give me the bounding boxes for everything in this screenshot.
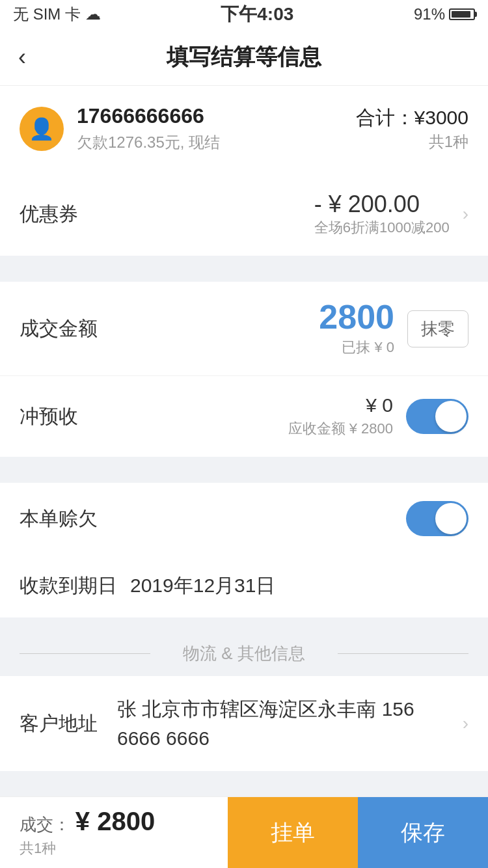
customer-left: 👤 17666666666 欠款1276.35元, 现结	[20, 104, 220, 153]
customer-phone: 17666666666	[77, 104, 220, 128]
coupon-amount-wrap: - ¥ 200.00 全场6折满1000减200	[314, 191, 450, 237]
arrearage-toggle[interactable]	[406, 501, 468, 536]
arrearage-row: 本单赊欠	[0, 483, 488, 554]
bottom-total: 成交： ¥ 2800 共1种	[0, 807, 228, 858]
deal-right: 2800 已抹 ¥ 0 抹零	[319, 300, 468, 357]
divider-2	[0, 470, 488, 483]
customer-row: 👤 17666666666 欠款1276.35元, 现结 合计：¥3000 共1…	[0, 86, 488, 171]
status-left: 无 SIM 卡 ☁	[13, 4, 101, 25]
duedate-row: 收款到期日 2019年12月31日	[0, 554, 488, 617]
address-row[interactable]: 客户地址 张 北京市市辖区海淀区永丰南 156 6666 6666 ›	[0, 676, 488, 771]
bottom-deal-amount: ¥ 2800	[75, 807, 155, 835]
prereceive-row: 冲预收 ¥ 0 应收金额 ¥ 2800	[0, 375, 488, 457]
status-time: 下午4:03	[221, 2, 293, 27]
battery-percent: 91%	[414, 5, 445, 23]
toggle-knob	[435, 401, 467, 432]
duedate-label: 收款到期日	[20, 573, 117, 599]
customer-debt: 欠款1276.35元, 现结	[77, 132, 220, 153]
divider-1	[0, 269, 488, 282]
total-count: 共1种	[356, 131, 468, 152]
customer-info: 17666666666 欠款1276.35元, 现结	[77, 104, 220, 153]
battery-icon	[449, 8, 475, 20]
status-right: 91%	[414, 5, 475, 23]
coupon-row[interactable]: 优惠券 - ¥ 200.00 全场6折满1000减200 ›	[0, 172, 488, 256]
deal-section: 成交金额 2800 已抹 ¥ 0 抹零 冲预收 ¥ 0 应收金额 ¥ 2800	[0, 282, 488, 457]
arrearage-section: 本单赊欠 收款到期日 2019年12月31日	[0, 483, 488, 617]
bottom-count: 共1种	[20, 839, 208, 858]
deal-erased: 已抹 ¥ 0	[319, 338, 394, 357]
content: 👤 17666666666 欠款1276.35元, 现结 合计：¥3000 共1…	[0, 86, 488, 868]
coupon-amount: - ¥ 200.00	[314, 191, 420, 217]
status-bar: 无 SIM 卡 ☁ 下午4:03 91%	[0, 0, 488, 29]
prereceive-receivable: 应收金额 ¥ 2800	[288, 419, 393, 439]
prereceive-amount-wrap: ¥ 0 应收金额 ¥ 2800	[288, 394, 393, 439]
deal-label: 成交金额	[20, 316, 98, 342]
deal-row: 成交金额 2800 已抹 ¥ 0 抹零	[0, 282, 488, 375]
avatar: 👤	[20, 107, 64, 151]
logistics-divider: 物流 & 其他信息	[0, 631, 488, 676]
bottom-deal-label: 成交：	[20, 815, 70, 834]
address-section: 客户地址 张 北京市市辖区海淀区永丰南 156 6666 6666 ›	[0, 676, 488, 771]
back-button[interactable]: ‹	[18, 44, 26, 71]
address-label: 客户地址	[20, 711, 98, 737]
coupon-label: 优惠券	[20, 201, 78, 228]
chevron-right-icon: ›	[463, 204, 468, 224]
round-zero-button[interactable]: 抹零	[407, 310, 468, 347]
total-amount: 合计：¥3000	[356, 105, 468, 131]
prereceive-amount: ¥ 0	[288, 394, 393, 416]
coupon-right: - ¥ 200.00 全场6折满1000减200 ›	[314, 191, 468, 237]
address-value: 张 北京市市辖区海淀区永丰南 156 6666 6666	[117, 694, 457, 753]
battery-fill	[452, 11, 470, 18]
deal-amount-wrap: 2800 已抹 ¥ 0	[319, 300, 394, 357]
customer-right: 合计：¥3000 共1种	[356, 105, 468, 152]
pending-button[interactable]: 挂单	[228, 797, 358, 869]
logistics-text: 物流 & 其他信息	[183, 642, 305, 665]
sim-status: 无 SIM 卡 ☁	[13, 4, 101, 25]
logistics-line-right	[338, 653, 468, 654]
page-title: 填写结算等信息	[167, 42, 321, 72]
prereceive-right: ¥ 0 应收金额 ¥ 2800	[288, 394, 468, 439]
arrearage-toggle-knob	[435, 503, 467, 534]
prereceive-label: 冲预收	[20, 403, 78, 430]
header: ‹ 填写结算等信息	[0, 29, 488, 86]
address-chevron-icon: ›	[463, 713, 468, 734]
arrearage-label: 本单赊欠	[20, 506, 98, 532]
save-button[interactable]: 保存	[358, 797, 488, 869]
logistics-line-left	[20, 653, 150, 654]
duedate-value: 2019年12月31日	[130, 573, 275, 599]
bottom-bar: 成交： ¥ 2800 共1种 挂单 保存	[0, 796, 488, 868]
prereceive-toggle[interactable]	[406, 399, 468, 434]
coupon-desc: 全场6折满1000减200	[314, 218, 450, 237]
bottom-deal-line: 成交： ¥ 2800	[20, 807, 208, 836]
deal-amount: 2800	[319, 300, 394, 334]
customer-section: 👤 17666666666 欠款1276.35元, 现结 合计：¥3000 共1…	[0, 86, 488, 256]
